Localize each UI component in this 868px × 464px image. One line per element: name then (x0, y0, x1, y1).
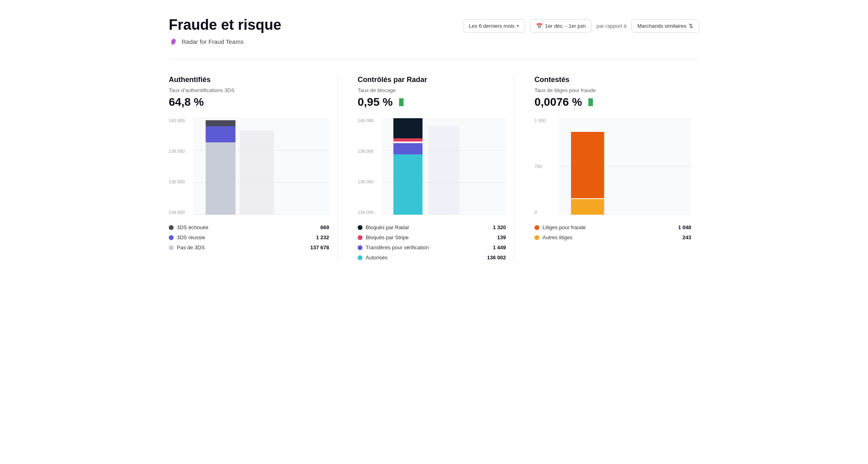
authenticated-metric-value: 64,8 % (169, 96, 329, 109)
contested-chart: 1 500 750 0 (534, 118, 691, 215)
legend-dot-no-3ds (169, 245, 174, 250)
authenticated-y-labels: 140 000 138 000 136 000 134 000 (169, 118, 191, 215)
svg-rect-19 (428, 126, 459, 215)
svg-rect-17 (393, 138, 422, 142)
controlled-section: Contrôlés par Radar Taux de blocage 0,95… (346, 76, 514, 261)
legend-item-3ds-failed: 3DS échouée 669 (169, 224, 329, 230)
svg-rect-6 (206, 126, 235, 142)
svg-rect-15 (393, 143, 422, 154)
legend-item-blocked-stripe: Bloqués par Stripe 139 (358, 234, 506, 240)
controlled-trend-icon: ▐▌ (397, 99, 406, 106)
authenticated-chart: 140 000 138 000 136 000 134 000 (169, 118, 329, 215)
charts-grid: Authentifiés Taux d'authentifications 3D… (169, 76, 699, 261)
contested-title: Contestés (534, 76, 691, 84)
legend-item-no-3ds: Pas de 3DS 137 678 (169, 244, 329, 250)
controlled-chart: 140 000 138 000 136 000 134 000 (358, 118, 506, 215)
compare-label: par rapport à (596, 23, 626, 29)
authenticated-section: Authentifiés Taux d'authentifications 3D… (169, 76, 338, 261)
contested-chart-svg (559, 118, 691, 215)
contested-y-labels: 1 500 750 0 (534, 118, 557, 215)
controlled-chart-svg (382, 118, 506, 215)
compare-button[interactable]: Marchands similaires ⇅ (631, 19, 699, 33)
legend-dot-blocked-radar (358, 225, 362, 230)
svg-rect-18 (393, 118, 422, 138)
main-page: Fraude et risque (145, 0, 723, 277)
authenticated-metric-label: Taux d'authentifications 3DS (169, 87, 329, 93)
legend-item-blocked-radar: Bloqués par Radar 1 320 (358, 224, 506, 230)
controlled-y-labels: 140 000 138 000 136 000 134 000 (358, 118, 380, 215)
svg-rect-25 (571, 198, 604, 199)
legend-dot-authorized (358, 255, 362, 260)
legend-dot-fraud-disputes (534, 225, 539, 230)
svg-rect-5 (206, 142, 235, 215)
svg-rect-26 (571, 132, 604, 198)
svg-rect-14 (393, 154, 422, 215)
legend-dot-blocked-stripe (358, 235, 362, 240)
date-range-display: 📅 1er déc. - 1er juin (530, 19, 592, 33)
subtitle-row: Radar for Fraud Teams (169, 37, 281, 46)
legend-item-3ds-success: 3DS réussie 1 232 (169, 234, 329, 240)
svg-rect-8 (240, 130, 274, 215)
controlled-metric-label: Taux de blocage (358, 87, 506, 93)
page-header: Fraude et risque (169, 16, 699, 46)
header-controls: Les 6 derniers mois ▾ 📅 1er déc. - 1er j… (463, 19, 699, 33)
authenticated-legend: 3DS échouée 669 3DS réussie 1 232 Pas de… (169, 224, 329, 250)
legend-dot-other-disputes (534, 235, 539, 240)
contested-trend-icon: ▐▌ (586, 99, 595, 106)
contested-section: Contestés Taux de litiges pour fraude 0,… (522, 76, 699, 261)
legend-item-fraud-disputes: Litiges pour fraude 1 048 (534, 224, 691, 230)
legend-dot-transferred (358, 245, 362, 250)
svg-rect-24 (571, 199, 604, 215)
legend-item-other-disputes: Autres litiges 243 (534, 234, 691, 240)
legend-item-authorized: Autorisés 136 002 (358, 255, 506, 261)
legend-dot-3ds-success (169, 235, 174, 240)
chevron-down-icon: ▾ (517, 23, 519, 29)
page-title: Fraude et risque (169, 16, 281, 33)
authenticated-chart-svg (193, 118, 329, 215)
controlled-legend: Bloqués par Radar 1 320 Bloqués par Stri… (358, 224, 506, 261)
legend-dot-3ds-failed (169, 225, 174, 230)
period-button[interactable]: Les 6 derniers mois ▾ (463, 19, 525, 33)
controlled-title: Contrôlés par Radar (358, 76, 506, 84)
subtitle-text: Radar for Fraud Teams (182, 38, 244, 45)
svg-rect-7 (206, 120, 235, 126)
calendar-icon: 📅 (536, 23, 542, 29)
legend-item-transferred: Transférés pour vérification 1 449 (358, 244, 506, 250)
authenticated-title: Authentifiés (169, 76, 329, 84)
header-left: Fraude et risque (169, 16, 281, 46)
contested-metric-label: Taux de litiges pour fraude (534, 87, 691, 93)
contested-metric-value: 0,0076 % ▐▌ (534, 96, 691, 109)
header-divider (169, 59, 699, 60)
svg-rect-16 (393, 142, 422, 143)
chevron-updown-icon: ⇅ (689, 23, 693, 29)
contested-legend: Litiges pour fraude 1 048 Autres litiges… (534, 224, 691, 240)
controlled-metric-value: 0,95 % ▐▌ (358, 96, 506, 109)
radar-icon (169, 37, 178, 46)
